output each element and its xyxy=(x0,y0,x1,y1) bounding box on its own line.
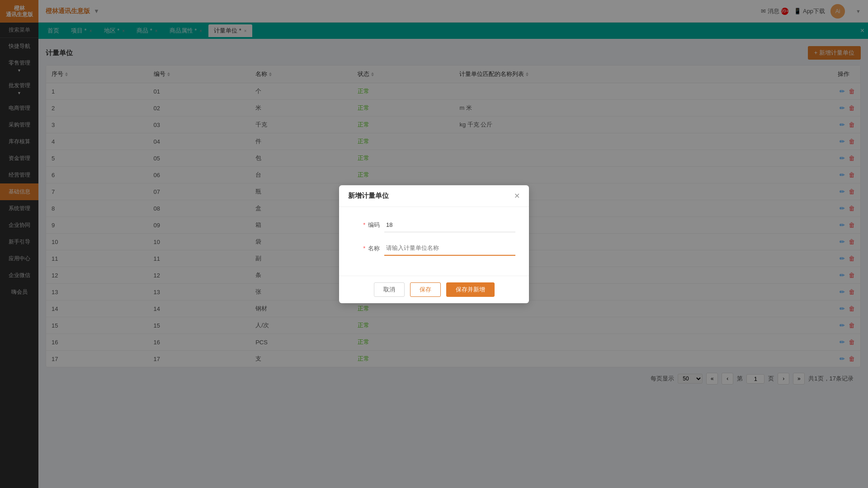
save-and-new-button[interactable]: 保存并新增 xyxy=(446,282,495,297)
code-input[interactable] xyxy=(384,218,515,232)
modal-overlay[interactable]: 新增计量单位 ✕ * 编码 * 名称 取消 保存 保存并新增 xyxy=(0,0,868,488)
required-mark: * xyxy=(363,221,365,228)
form-code-label: * 编码 xyxy=(353,221,380,229)
add-unit-modal: 新增计量单位 ✕ * 编码 * 名称 取消 保存 保存并新增 xyxy=(339,185,529,303)
name-input[interactable] xyxy=(384,241,515,256)
form-name-label: * 名称 xyxy=(353,244,380,253)
form-code-row: * 编码 xyxy=(353,218,515,232)
modal-close-btn[interactable]: ✕ xyxy=(514,192,520,200)
modal-header: 新增计量单位 ✕ xyxy=(339,185,529,207)
save-button[interactable]: 保存 xyxy=(410,282,441,297)
form-name-row: * 名称 xyxy=(353,241,515,256)
modal-footer: 取消 保存 保存并新增 xyxy=(339,276,529,303)
modal-title: 新增计量单位 xyxy=(348,192,389,200)
cancel-button[interactable]: 取消 xyxy=(374,282,405,297)
modal-body: * 编码 * 名称 xyxy=(339,207,529,276)
required-mark-name: * xyxy=(363,245,365,252)
